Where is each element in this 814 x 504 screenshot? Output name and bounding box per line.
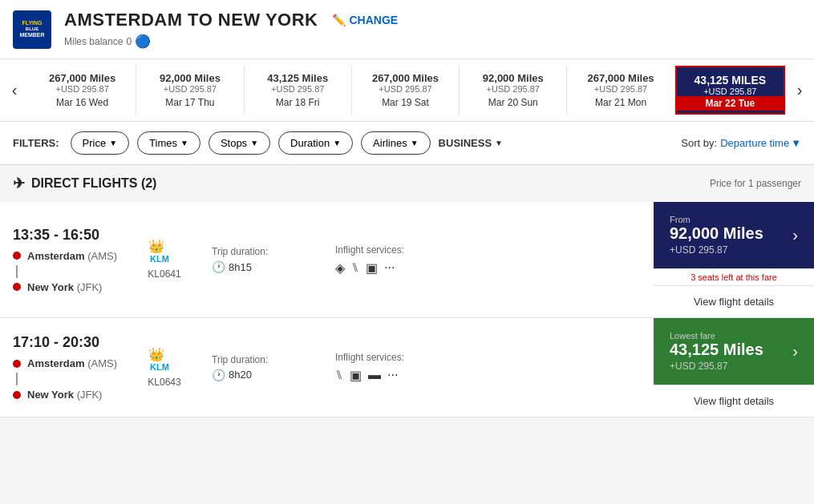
book-usd: +USD 295.87 xyxy=(670,244,763,256)
route: Amsterdam (AMS) New York (JFK) xyxy=(13,357,117,401)
inflight-icons: ◈⑊▣··· xyxy=(335,260,464,276)
plane-icon: ✈ xyxy=(13,175,25,192)
card-date: Mar 21 Mon xyxy=(570,97,670,108)
film-icon: ▣ xyxy=(350,368,362,383)
klm-svg: 👑 KLM xyxy=(148,348,180,372)
flight-times: 17:10 - 20:30 Amsterdam (AMS) New York (… xyxy=(13,334,117,401)
filters-label: FILTERS: xyxy=(13,137,59,149)
date-card-2[interactable]: 43,125 Miles +USD 295.87 Mar 18 Fri xyxy=(245,66,352,115)
card-date: Mar 19 Sat xyxy=(355,97,456,108)
filter-business[interactable]: BUSINESS ▼ xyxy=(439,137,503,149)
flight-info: 13:35 - 16:50 Amsterdam (AMS) New York (… xyxy=(0,202,654,317)
date-card-0[interactable]: 267,000 Miles +USD 295.87 Mar 16 Wed xyxy=(29,66,136,115)
card-date: Mar 22 Tue xyxy=(677,96,784,111)
dest-dot xyxy=(13,391,21,399)
clock-icon: 🕐 xyxy=(212,369,225,381)
filter-airlines[interactable]: Airlines ▼ xyxy=(361,131,431,155)
filter-price[interactable]: Price ▼ xyxy=(71,131,130,155)
arrow-right-icon: › xyxy=(792,226,798,244)
book-from-label: Lowest fare xyxy=(670,331,763,341)
dest-row: New York (JFK) xyxy=(13,389,117,401)
card-miles: 267,000 Miles xyxy=(32,72,132,84)
change-button[interactable]: ✏️ CHANGE xyxy=(332,14,398,26)
page-title: AMSTERDAM TO NEW YORK xyxy=(64,10,318,30)
origin-code: (AMS) xyxy=(87,250,117,262)
svg-text:👑: 👑 xyxy=(148,348,164,362)
time-range: 13:35 - 16:50 xyxy=(13,227,117,244)
card-usd: +USD 295.87 xyxy=(570,84,670,94)
date-card-3[interactable]: 267,000 Miles +USD 295.87 Mar 19 Sat xyxy=(352,66,460,115)
trip-label: Trip duration: xyxy=(212,354,316,365)
logo: FLYING BLUE MEMBER xyxy=(13,10,51,49)
sort-departure-time[interactable]: Departure time ▼ xyxy=(720,137,801,149)
dest-row: New York (JFK) xyxy=(13,281,117,293)
dest-code: (JFK) xyxy=(77,389,103,401)
logo-line2: BLUE xyxy=(26,26,38,32)
chevron-down-icon: ▼ xyxy=(180,139,188,147)
card-date: Mar 20 Sun xyxy=(463,97,563,108)
filter-stops[interactable]: Stops ▼ xyxy=(209,131,270,155)
card-miles: 43,125 Miles xyxy=(248,72,348,84)
card-usd: +USD 295.87 xyxy=(355,84,456,94)
section-title: ✈ DIRECT FLIGHTS (2) xyxy=(13,175,156,192)
clock-icon: 🕐 xyxy=(212,260,225,273)
date-cards-container: 267,000 Miles +USD 295.87 Mar 16 Wed 92,… xyxy=(29,66,785,115)
prev-arrow[interactable]: ‹ xyxy=(0,67,29,115)
card-miles: 92,000 Miles xyxy=(463,72,563,84)
utensils-icon: ⑊ xyxy=(351,260,359,276)
origin-city: Amsterdam xyxy=(27,357,85,369)
card-date: Mar 18 Fri xyxy=(248,97,348,108)
more-icon: ··· xyxy=(387,368,398,383)
date-card-1[interactable]: 92,000 Miles +USD 295.87 Mar 17 Thu xyxy=(136,66,244,115)
airline-info: 👑 KLM KL0643 xyxy=(136,348,192,388)
filters-bar: FILTERS: Price ▼ Times ▼ Stops ▼ Duratio… xyxy=(0,122,814,165)
origin-row: Amsterdam (AMS) xyxy=(13,250,117,262)
flights-container: 13:35 - 16:50 Amsterdam (AMS) New York (… xyxy=(0,202,814,417)
inflight-icons: ⑊▣▬··· xyxy=(335,368,464,383)
duration-value: 🕐 8h20 xyxy=(212,369,316,381)
book-btn-inner: From 92,000 Miles +USD 295.87 xyxy=(670,215,763,256)
origin-dot xyxy=(13,360,21,368)
svg-text:KLM: KLM xyxy=(150,362,169,372)
sort-by: Sort by: Departure time ▼ xyxy=(681,137,801,149)
svg-text:KLM: KLM xyxy=(150,254,169,264)
origin-dot xyxy=(13,252,21,260)
inflight-label: Inflight services: xyxy=(335,352,464,363)
dest-dot xyxy=(13,283,21,291)
dest-code: (JFK) xyxy=(77,281,103,293)
filter-duration[interactable]: Duration ▼ xyxy=(278,131,353,155)
view-flight-details-button[interactable]: View flight details xyxy=(654,285,814,317)
date-card-6[interactable]: 43,125 MILES +USD 295.87 Mar 22 Tue xyxy=(675,66,785,115)
flight-info: 17:10 - 20:30 Amsterdam (AMS) New York (… xyxy=(0,318,654,417)
filter-times[interactable]: Times ▼ xyxy=(137,131,200,155)
origin-city: Amsterdam xyxy=(27,250,85,262)
chevron-down-icon: ▼ xyxy=(495,139,503,147)
date-card-4[interactable]: 92,000 Miles +USD 295.87 Mar 20 Sun xyxy=(460,66,567,115)
card-miles: 267,000 Miles xyxy=(570,72,670,84)
view-flight-details-button[interactable]: View flight details xyxy=(654,385,814,417)
chevron-down-icon: ▼ xyxy=(333,139,341,147)
klm-svg: 👑 KLM xyxy=(148,240,180,264)
book-flight-button[interactable]: From 92,000 Miles +USD 295.87 › xyxy=(654,202,814,268)
utensils-icon: ⑊ xyxy=(335,368,343,383)
card-usd: +USD 295.87 xyxy=(680,87,780,96)
klm-logo: 👑 KLM xyxy=(148,348,180,372)
chevron-down-icon: ▼ xyxy=(250,139,258,147)
arrow-right-icon: › xyxy=(792,342,798,361)
date-card-5[interactable]: 267,000 Miles +USD 295.87 Mar 21 Mon xyxy=(567,66,674,115)
logo-line3: MEMBER xyxy=(19,32,44,38)
next-arrow[interactable]: › xyxy=(785,67,814,115)
klm-logo: 👑 KLM xyxy=(148,240,180,264)
more-icon: ··· xyxy=(384,260,395,276)
duration-text: 8h20 xyxy=(229,369,252,381)
duration-value: 🕐 8h15 xyxy=(212,260,316,273)
book-flight-button[interactable]: Lowest fare 43,125 Miles +USD 295.87 › xyxy=(654,318,814,385)
origin-code: (AMS) xyxy=(87,357,117,369)
svg-text:👑: 👑 xyxy=(148,240,164,254)
date-slider: ‹ 267,000 Miles +USD 295.87 Mar 16 Wed 9… xyxy=(0,59,814,122)
card-usd: +USD 295.87 xyxy=(248,84,348,94)
wifi-icon: ◈ xyxy=(335,260,345,276)
passenger-info: Price for 1 passenger xyxy=(710,178,801,189)
dest-city: New York xyxy=(27,281,74,293)
flight-card-0: 13:35 - 16:50 Amsterdam (AMS) New York (… xyxy=(0,202,814,318)
